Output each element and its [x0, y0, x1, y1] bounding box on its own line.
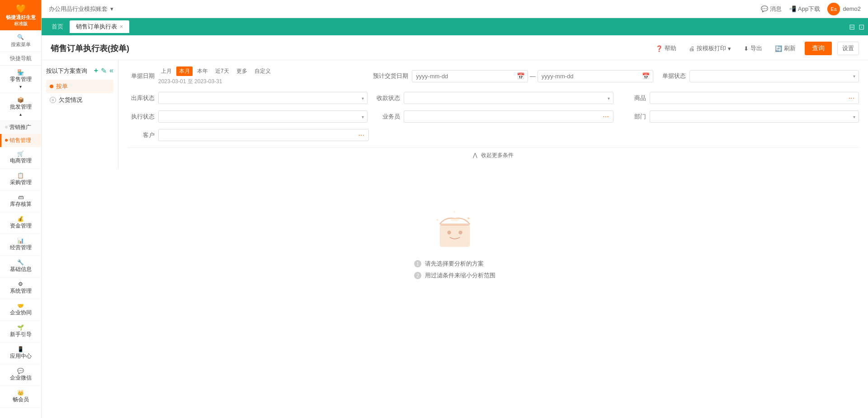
sidebar-sub-sales[interactable]: 销售管理	[0, 134, 41, 147]
basic-label: 基础信息	[10, 266, 32, 273]
customer-label: 客户	[127, 131, 155, 139]
sidebar-item-corpwechat[interactable]: 💬 企业微信	[0, 364, 41, 386]
svg-rect-1	[440, 223, 469, 226]
logo-text: 畅捷通好生意	[6, 14, 36, 20]
enterprise-label: 企业协同	[10, 309, 32, 317]
tab-maximize-btn[interactable]: ⊡	[859, 23, 864, 31]
filter-field-delivery-status: 出库状态 ▾	[127, 92, 368, 104]
member-label: 畅会员	[13, 396, 29, 404]
filter-row-4: 客户 ···	[127, 129, 859, 141]
sidebar-item-finance[interactable]: 💰 资金管理	[0, 212, 41, 234]
system-label: 系统管理	[10, 287, 32, 295]
status-select[interactable]	[689, 70, 859, 82]
exec-status-select[interactable]	[158, 110, 368, 123]
svg-text:✦: ✦	[466, 215, 471, 221]
sidebar-item-system[interactable]: ⚙ 系统管理	[0, 277, 41, 299]
sidebar-item-operations[interactable]: 📊 经营管理	[0, 234, 41, 256]
sidebar-nav-quick[interactable]: 快捷导航	[0, 52, 41, 66]
sidebar-item-member[interactable]: 👑 畅会员	[0, 386, 41, 408]
help-btn[interactable]: ❓ 帮助	[652, 43, 680, 54]
status-label: 单据状态	[659, 72, 686, 80]
tip-text-2: 用过滤条件来缩小分析范围	[425, 271, 495, 280]
filter-field-product: 商品 ···	[619, 92, 859, 104]
breadcrumb-text: 办公用品行业模拟账套	[49, 5, 108, 13]
message-icon: 💬	[761, 5, 768, 12]
tab-home[interactable]: 首页	[45, 20, 70, 33]
help-icon: ❓	[656, 45, 663, 52]
date-btn-custom[interactable]: 自定义	[252, 66, 274, 76]
export-btn[interactable]: ⬇ 导出	[740, 43, 766, 54]
filter-add-btn[interactable]: +	[94, 66, 98, 75]
filter-collapse-btn[interactable]: «	[109, 66, 113, 75]
delivery-date-start-input[interactable]	[412, 70, 528, 82]
sidebar-item-retail[interactable]: 🏪 零售管理 ▾	[0, 66, 41, 93]
tab-minimize-btn[interactable]: ⊟	[849, 23, 855, 31]
department-select[interactable]	[650, 110, 859, 123]
operations-icon: 📊	[17, 238, 24, 244]
tab-close-icon[interactable]: ×	[120, 24, 123, 30]
product-input[interactable]	[650, 92, 859, 104]
filter-item-order[interactable]: 按单	[46, 80, 113, 93]
payment-status-select[interactable]	[404, 92, 613, 104]
tip-text-1: 请先选择要分析的方案	[425, 260, 484, 268]
sidebar: 🧡 畅捷通好生意 标准版 🔍 搜索菜单 快捷导航 🏪 零售管理 ▾ 📦 批发管理…	[0, 0, 42, 418]
appcenter-icon: 📱	[17, 346, 24, 352]
query-btn[interactable]: 查询	[805, 42, 832, 55]
filter-field-customer: 客户 ···	[127, 129, 369, 141]
sidebar-item-appcenter[interactable]: 📱 应用中心	[0, 342, 41, 364]
delivery-date-end-input[interactable]	[538, 70, 653, 82]
date-btn-curmonth[interactable]: 本月	[176, 66, 193, 76]
svg-text:✦: ✦	[453, 210, 456, 214]
nav-quick-label: 快捷导航	[10, 55, 32, 62]
delivery-status-select-wrapper: ▾	[158, 92, 368, 104]
empty-state: ✦ ✦ ✦ 1 请先选择要分析的方案 2 用过滤条件来缩小分析范围	[42, 169, 868, 316]
filter-item-backorder[interactable]: ○ 欠货情况	[46, 93, 113, 107]
empty-tip-1: 1 请先选择要分析的方案	[414, 260, 495, 268]
app-download-btn[interactable]: 📲 App下载	[789, 5, 820, 13]
sidebar-item-enterprise[interactable]: 🤝 企业协同	[0, 299, 41, 321]
search-icon: 🔍	[17, 34, 24, 40]
sidebar-item-inventory[interactable]: 🗃 库存核算	[0, 190, 41, 212]
tab-bar: 首页 销售订单执行表 × ⊟ ⊡	[42, 18, 868, 35]
sidebar-search[interactable]: 🔍 搜索菜单	[0, 30, 41, 52]
message-btn[interactable]: 💬 消息	[761, 5, 782, 13]
sidebar-item-purchase[interactable]: 📋 采购管理	[0, 169, 41, 190]
app-logo[interactable]: 🧡 畅捷通好生意 标准版	[0, 0, 41, 30]
settings-btn[interactable]: 设置	[837, 42, 859, 55]
customer-input[interactable]	[158, 129, 369, 141]
department-select-wrapper: ▾	[650, 110, 859, 123]
customer-ellipsis-icon[interactable]: ···	[357, 131, 366, 139]
sidebar-item-ecommerce[interactable]: 🛒 电商管理	[0, 147, 41, 169]
filter-form: 单据日期 上月 本月 本年 近7天 更多 自定义 20	[118, 60, 868, 169]
filter-row-2: 出库状态 ▾ 收款状态	[127, 92, 859, 104]
collapse-bar[interactable]: ⋀ 收起更多条件	[127, 147, 859, 163]
delivery-status-select[interactable]	[158, 92, 368, 104]
date-btn-7days[interactable]: 近7天	[212, 66, 232, 76]
retail-label: 零售管理	[10, 76, 32, 83]
date-btn-lastmonth[interactable]: 上月	[158, 66, 175, 76]
top-header: 办公用品行业模拟账套 ▾ 💬 消息 📲 App下载 Ea demo2	[42, 0, 868, 18]
user-name: demo2	[843, 5, 861, 12]
salesperson-input[interactable]	[404, 110, 613, 123]
empty-tips: 1 请先选择要分析的方案 2 用过滤条件来缩小分析范围	[414, 260, 495, 280]
enterprise-icon: 🤝	[17, 303, 24, 309]
header-actions: 💬 消息 📲 App下载 Ea demo2	[761, 3, 861, 15]
sidebar-sub-marketing[interactable]: 营销推广	[0, 121, 41, 134]
sidebar-item-newuser[interactable]: 🌱 新手引导	[0, 321, 41, 342]
svg-point-3	[458, 231, 462, 234]
sidebar-item-wholesale[interactable]: 📦 批发管理 ▴	[0, 93, 41, 121]
refresh-btn[interactable]: 🔄 刷新	[771, 43, 799, 54]
print-btn[interactable]: 🖨 按模板打印 ▾	[685, 43, 735, 54]
filter-edit-btn[interactable]: ✎	[101, 66, 107, 75]
date-label: 单据日期	[127, 72, 155, 80]
tab-active[interactable]: 销售订单执行表 ×	[70, 20, 129, 33]
sidebar-item-basic[interactable]: 🔧 基础信息	[0, 256, 41, 277]
salesperson-ellipsis-icon[interactable]: ···	[601, 113, 610, 121]
collapse-label: 收起更多条件	[481, 152, 514, 158]
user-profile-btn[interactable]: Ea demo2	[827, 3, 861, 15]
date-btn-curyear[interactable]: 本年	[194, 66, 211, 76]
page-header: 销售订单执行表(按单) ❓ 帮助 🖨 按模板打印 ▾ ⬇ 导出	[42, 35, 868, 60]
date-btn-more[interactable]: 更多	[234, 66, 250, 76]
product-ellipsis-icon[interactable]: ···	[847, 94, 856, 102]
payment-status-label: 收款状态	[373, 94, 400, 102]
